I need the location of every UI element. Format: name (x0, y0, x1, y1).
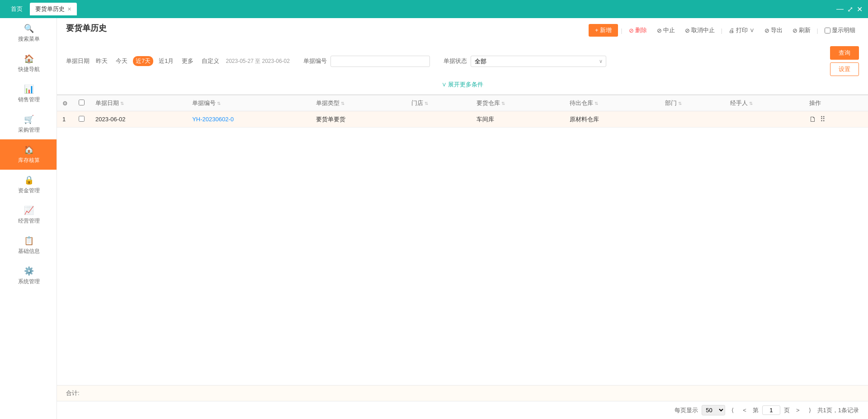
delete-icon: ⊘ (629, 27, 634, 34)
select-all-checkbox[interactable] (79, 100, 85, 105)
refresh-button[interactable]: ⊘ 刷新 (789, 24, 814, 36)
col-docno-sort[interactable]: 单据编号 (192, 99, 221, 107)
date-btn-yesterday[interactable]: 昨天 (93, 56, 110, 66)
sidebar-item-basic[interactable]: 📋 基础信息 (0, 230, 57, 261)
pagination: 每页显示 50 100 200 ⟨ < 第 页 > ⟩ 共1页，1条记录 (57, 401, 868, 419)
sidebar-item-finance-label: 资金管理 (18, 187, 40, 195)
sidebar-item-finance[interactable]: 🔒 资金管理 (0, 170, 57, 200)
date-btn-today[interactable]: 今天 (113, 56, 130, 66)
next-page-btn[interactable]: ⟩ (806, 406, 814, 414)
status-select[interactable]: 全部 草稿 已审核 已中止 (471, 56, 606, 67)
docno-label: 单据编号 (303, 57, 327, 65)
page-size-select[interactable]: 50 100 200 (702, 405, 725, 415)
sidebar-item-nav[interactable]: 🏠 快捷导航 (0, 48, 57, 79)
close-icon[interactable]: ✕ (857, 5, 863, 14)
row-req-warehouse: 车间库 (471, 111, 564, 128)
row-checkbox[interactable] (79, 116, 85, 122)
page-size-label: 每页显示 (675, 406, 698, 414)
filter-area: 单据日期 昨天 今天 近7天 近1月 更多 自定义 2023-05-27 至 2… (57, 41, 868, 95)
row-docno-link[interactable]: YH-20230602-0 (192, 116, 234, 123)
sidebar-item-sales[interactable]: 📊 销售管理 (0, 79, 57, 109)
table-body: 1 2023-06-02 YH-20230602-0 要货单要货 车间库 原材料… (57, 111, 868, 128)
tab-close-icon[interactable]: ✕ (67, 6, 71, 12)
settings-button[interactable]: 设置 (830, 62, 859, 76)
stop-button[interactable]: ⊘ 中止 (653, 24, 679, 36)
export-icon: ⊘ (764, 27, 769, 34)
print-button[interactable]: 🖨 打印 ∨ (725, 24, 758, 36)
window-controls: — ⤢ ✕ (836, 5, 863, 14)
table-header-row: ⚙ 单据日期 单据编号 单据类 (57, 95, 868, 111)
sidebar-item-search[interactable]: 🔍 搜索菜单 (0, 18, 57, 48)
col-dept: 部门 (660, 95, 725, 111)
row-checkbox-cell (73, 111, 90, 128)
delete-button[interactable]: ⊘ 删除 (625, 24, 651, 36)
expand-section: ∨ 展开更多条件 (66, 81, 859, 89)
date-btn-week[interactable]: 近7天 (133, 56, 153, 66)
inventory-icon: 🏠 (24, 145, 34, 155)
cancel-stop-button[interactable]: ⊘ 取消中止 (681, 24, 718, 36)
sidebar-item-nav-label: 快捷导航 (18, 66, 40, 73)
prev-page-btn[interactable]: ⟨ (729, 406, 736, 414)
prev-page-icon[interactable]: < (740, 406, 749, 414)
row-actions: 🗋 ⠿ (804, 111, 868, 128)
col-settings: ⚙ (57, 95, 73, 111)
data-table: ⚙ 单据日期 单据编号 单据类 (57, 95, 868, 128)
sidebar-item-system-label: 系统管理 (18, 278, 40, 286)
col-type-sort[interactable]: 单据类型 (316, 99, 344, 107)
new-button[interactable]: + 新增 (589, 24, 618, 37)
next-page-icon[interactable]: > (793, 406, 802, 414)
delete-label: 删除 (635, 26, 647, 34)
sidebar-item-search-label: 搜索菜单 (18, 35, 40, 43)
page-unit: 页 (784, 406, 790, 414)
row-action-more-icon[interactable]: ⠿ (820, 115, 826, 124)
settings-gear-icon[interactable]: ⚙ (62, 100, 68, 107)
search-icon: 🔍 (24, 24, 34, 33)
sidebar-item-operations-label: 经营管理 (18, 217, 40, 225)
minimize-icon[interactable]: — (836, 5, 844, 13)
col-store-sort[interactable]: 门店 (411, 99, 428, 107)
content-area: 要货单历史 + 新增 | ⊘ 删除 ⊘ 中止 (57, 18, 868, 419)
row-store (406, 111, 471, 128)
status-filter: 单据状态 全部 草稿 已审核 已中止 ∨ (443, 56, 807, 67)
show-detail-label: 显示明细 (832, 26, 855, 34)
tab-home[interactable]: 首页 (5, 3, 28, 15)
row-action-edit-icon[interactable]: 🗋 (809, 115, 816, 124)
tab-requisition-label: 要货单历史 (35, 5, 65, 13)
col-req-warehouse-sort[interactable]: 要货仓库 (476, 99, 505, 107)
show-detail-input[interactable] (825, 28, 830, 33)
refresh-label: 刷新 (799, 26, 811, 34)
cancel-stop-label: 取消中止 (691, 26, 715, 34)
tab-requisition[interactable]: 要货单历史 ✕ (30, 3, 77, 15)
col-handler-sort[interactable]: 经手人 (730, 99, 753, 107)
export-button[interactable]: ⊘ 导出 (761, 24, 786, 36)
maximize-icon[interactable]: ⤢ (847, 5, 853, 14)
sidebar-item-purchase[interactable]: 🛒 采购管理 (0, 109, 57, 139)
date-btn-month[interactable]: 近1月 (156, 56, 176, 66)
sidebar-item-sales-label: 销售管理 (18, 96, 40, 104)
row-pending-warehouse: 原材料仓库 (564, 111, 660, 128)
new-button-label: + 新增 (595, 26, 612, 34)
col-handler: 经手人 (725, 95, 804, 111)
col-date-sort[interactable]: 单据日期 (95, 99, 124, 107)
page-title: 要货单历史 (66, 23, 107, 38)
sidebar-item-operations[interactable]: 📈 经营管理 (0, 200, 57, 230)
expand-button[interactable]: ∨ 展开更多条件 (442, 81, 484, 89)
date-btn-more[interactable]: 更多 (179, 56, 196, 66)
col-pending-warehouse-sort[interactable]: 待出仓库 (570, 99, 598, 107)
sidebar-item-inventory[interactable]: 🏠 库存核算 (0, 139, 57, 170)
cancel-stop-icon: ⊘ (685, 27, 690, 34)
date-btn-custom[interactable]: 自定义 (199, 56, 222, 66)
col-date: 单据日期 (90, 95, 187, 111)
sidebar-item-system[interactable]: ⚙️ 系统管理 (0, 261, 57, 291)
date-label: 单据日期 (66, 57, 90, 65)
col-dept-sort[interactable]: 部门 (665, 99, 682, 107)
sidebar: 🔍 搜索菜单 🏠 快捷导航 📊 销售管理 🛒 采购管理 🏠 库存核算 🔒 (0, 18, 57, 419)
row-docno: YH-20230602-0 (187, 111, 311, 128)
row-handler (725, 111, 804, 128)
col-type: 单据类型 (311, 95, 406, 111)
page-number-input[interactable] (762, 405, 780, 415)
docno-input[interactable] (330, 56, 430, 67)
data-table-container: ⚙ 单据日期 单据编号 单据类 (57, 95, 868, 385)
query-button[interactable]: 查询 (830, 46, 859, 60)
show-detail-checkbox[interactable]: 显示明细 (821, 24, 859, 36)
